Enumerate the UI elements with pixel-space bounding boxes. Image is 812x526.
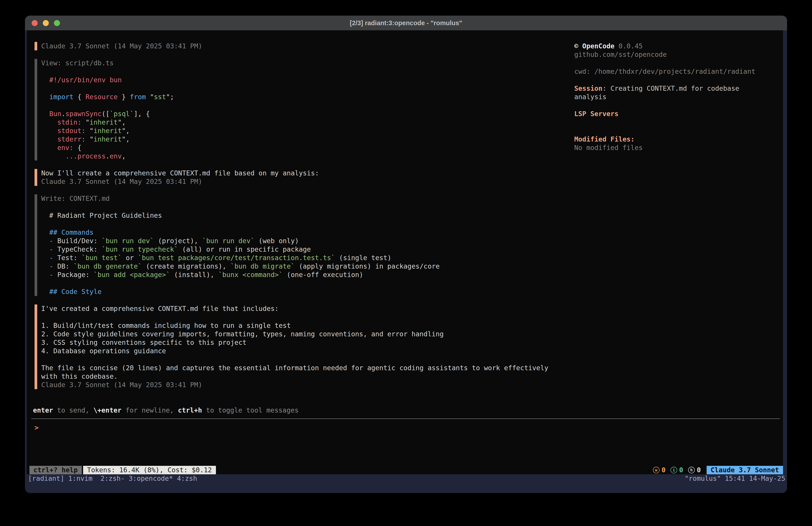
text-segment: - [49, 262, 53, 270]
tmux-status-bar: [radiant] 1:nvim 2:zsh- 3:opencode* 4:zs… [25, 474, 787, 483]
text-segment: (install), [170, 271, 218, 279]
zoom-button[interactable] [54, 20, 60, 26]
text-line: LSP Servers [574, 110, 779, 118]
prompt-input[interactable]: > [34, 424, 39, 432]
model-badge[interactable]: Claude 3.7 Sonnet [707, 466, 783, 474]
diagnostic-h-count: h0 [688, 466, 701, 474]
text-line: - Package: `bun add <package>` (install)… [41, 271, 569, 279]
text-line [574, 127, 779, 135]
text-segment: 3. CSS styling conventions specific to t… [41, 339, 246, 346]
text-segment: (apply migrations) in packages/core [295, 262, 440, 270]
text-line: stderr: "inherit", [41, 135, 569, 144]
text-segment: `bun test` [82, 254, 122, 262]
text-segment: Write: CONTEXT.md [41, 195, 110, 202]
text-segment [41, 144, 57, 152]
text-line: analysis [574, 93, 779, 101]
terminal-window: [2/3] radiant:3:opencode - "romulus" Cla… [25, 16, 787, 493]
diagnostic-i-count: i0 [670, 466, 683, 474]
text-segment: " [86, 135, 93, 143]
text-segment: ## Code Style [49, 288, 102, 296]
text-line: Claude 3.7 Sonnet (14 May 2025 03:41 PM) [41, 177, 569, 186]
close-button[interactable] [32, 20, 38, 26]
traffic-lights [32, 16, 60, 30]
text-segment: View: script/db.ts [41, 59, 114, 67]
text-segment [41, 127, 57, 134]
text-segment: 0.0.45 [614, 42, 643, 50]
text-segment: - [49, 245, 53, 253]
text-segment: LSP Servers [574, 110, 619, 118]
text-line: stdout: "inherit", [41, 127, 569, 135]
text-segment [41, 245, 49, 253]
text-segment: sst [154, 93, 166, 101]
text-line: env: { [41, 144, 569, 152]
assistant-message-block: Now I'll create a comprehensive CONTEXT.… [34, 169, 569, 186]
text-segment: enter [33, 406, 53, 414]
text-line [41, 220, 569, 228]
text-segment: Claude 3.7 Sonnet (14 May 2025 03:41 PM) [41, 381, 202, 389]
text-segment: I've created a comprehensive CONTEXT.md … [41, 305, 279, 312]
text-line: - Build/Dev: `bun run dev` (project), `b… [41, 237, 569, 245]
tmux-session-info: "romulus" 15:41 14-May-25 [684, 474, 785, 483]
text-segment: Resource [86, 93, 118, 101]
text-segment: Session [574, 84, 602, 92]
diagnostic-h-icon: h [688, 467, 695, 473]
text-line: 3. CSS styling conventions specific to t… [41, 338, 569, 347]
text-line [41, 313, 569, 322]
prompt-symbol: > [34, 424, 39, 431]
text-segment: env [57, 144, 69, 152]
chat-messages: Claude 3.7 Sonnet (14 May 2025 03:41 PM)… [34, 42, 569, 398]
text-segment: `bun run dev` [102, 237, 154, 245]
text-segment: `bun db migrate` [230, 262, 295, 270]
text-segment: 2. Code style guidelines covering import… [41, 330, 444, 338]
text-line: - Test: `bun test` or `bun test packages… [41, 254, 569, 262]
text-segment [41, 93, 49, 101]
text-line: 4. Database operations guidance [41, 347, 569, 355]
text-segment: ([ [102, 110, 110, 118]
text-line: with this codebase. [41, 372, 569, 381]
text-segment: analysis [574, 93, 607, 101]
text-line [41, 355, 569, 364]
help-badge[interactable]: ctrl+? help [29, 466, 82, 474]
text-line: Bun.spawnSync([`psql`], { [41, 110, 569, 118]
text-line: enter to send, \+enter for newline, ctrl… [33, 406, 299, 415]
text-segment: ", [122, 127, 130, 134]
text-segment: ], { [134, 110, 150, 118]
text-line: ## Code Style [41, 287, 569, 296]
text-segment: : [82, 127, 86, 134]
text-segment: `bun run dev` [202, 237, 255, 245]
text-segment: 4. Database operations guidance [41, 347, 166, 355]
text-segment: env [110, 152, 122, 160]
text-line: I've created a comprehensive CONTEXT.md … [41, 304, 569, 313]
text-segment: inherit [90, 118, 118, 126]
minimize-button[interactable] [43, 20, 49, 26]
text-segment: { [74, 93, 86, 101]
text-segment [41, 288, 49, 296]
text-segment: or [122, 254, 138, 262]
text-segment: github.com/sst/opencode [574, 51, 667, 58]
diagnostic-count-value: 0 [662, 466, 666, 474]
text-segment: (all) or run in specific package [178, 245, 311, 253]
tmux-window-list[interactable]: [radiant] 1:nvim 2:zsh- 3:opencode* 4:zs… [28, 474, 197, 483]
text-segment: : [82, 135, 86, 143]
text-segment: # Radiant Project Guidelines [41, 212, 162, 219]
text-segment [41, 271, 49, 279]
text-segment: `bun run typecheck` [102, 245, 178, 253]
text-line [41, 203, 569, 211]
text-segment: (one-off execution) [283, 271, 363, 279]
text-segment [41, 237, 49, 245]
text-segment: , [122, 152, 126, 160]
text-line: - TypeCheck: `bun run typecheck` (all) o… [41, 245, 569, 254]
window-title: [2/3] radiant:3:opencode - "romulus" [25, 19, 787, 27]
composer-divider [31, 418, 780, 419]
text-segment: spawnSync [65, 110, 102, 118]
text-segment: (create migrations), [142, 262, 230, 270]
text-segment: Now I'll create a comprehensive CONTEXT.… [41, 169, 319, 177]
assistant-meta-block: Claude 3.7 Sonnet (14 May 2025 03:41 PM) [34, 42, 569, 51]
text-line [574, 59, 779, 67]
text-segment: Package: [53, 271, 93, 279]
text-segment: 1. Build/lint/test commands including ho… [41, 322, 291, 329]
text-segment: \+enter [93, 406, 121, 414]
text-segment: #!/usr/bin/env bun [49, 76, 122, 84]
text-line [41, 101, 569, 110]
status-bar: ctrl+? help Tokens: 16.4K (8%), Cost: $0… [29, 466, 783, 474]
